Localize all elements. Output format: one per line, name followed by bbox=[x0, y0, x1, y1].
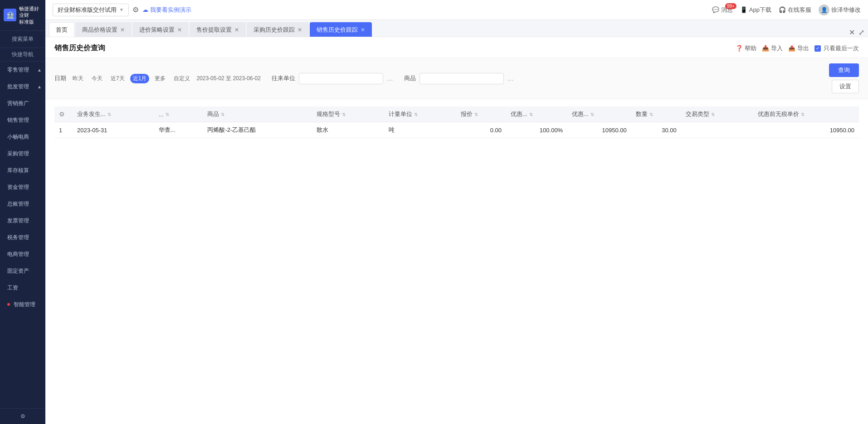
sidebar-item-ledger[interactable]: 总账管理 bbox=[0, 196, 45, 212]
supplier-filter-group: 往来单位 … bbox=[272, 73, 393, 84]
wholesale-arrow: ▲ bbox=[37, 84, 42, 89]
cell-trade-type bbox=[681, 122, 753, 138]
sidebar-search[interactable]: 搜索菜单 bbox=[0, 31, 45, 48]
sidebar-item-retail[interactable]: 零售管理 ▲ bbox=[0, 62, 45, 78]
customer-service-action[interactable]: 🎧 在线客服 bbox=[779, 6, 811, 14]
sidebar-item-wholesale[interactable]: 批发管理 ▲ bbox=[0, 78, 45, 95]
demo-link[interactable]: ☁ 我要看实例演示 bbox=[142, 6, 191, 14]
tab-close-btn[interactable]: ✕ bbox=[849, 28, 855, 37]
date-range-text: 2023-05-02 至 2023-06-02 bbox=[196, 75, 260, 82]
table-row: 1 2023-05-31 华查... 丙烯酸-2-乙基己酯 散水 吨 0.00 … bbox=[54, 122, 859, 138]
sort-spec-icon: ⇅ bbox=[342, 112, 346, 117]
sidebar-item-salary[interactable]: 工资 bbox=[0, 279, 45, 296]
sort-date-icon: ⇅ bbox=[107, 112, 111, 117]
sort-qty-icon: ⇅ bbox=[649, 112, 653, 117]
cell-discount1: 100.00% bbox=[506, 122, 567, 138]
supplier-dots[interactable]: … bbox=[387, 75, 393, 82]
cell-spec: 散水 bbox=[312, 122, 384, 138]
tab-product-price[interactable]: 商品价格设置 ✕ bbox=[75, 22, 132, 37]
tab-purchase-history-close[interactable]: ✕ bbox=[297, 27, 302, 33]
download-icon: 📱 bbox=[740, 6, 747, 13]
only-last-toggle[interactable]: ✓ 只看最后一次 bbox=[814, 44, 859, 53]
help-icon: ❓ bbox=[736, 45, 743, 52]
product-name: 好业财标准版交付试用 bbox=[58, 6, 117, 14]
product-label: 商品 bbox=[404, 74, 416, 82]
th-trade-type[interactable]: 交易类型 ⇅ bbox=[681, 106, 753, 122]
tab-price-extract-close[interactable]: ✕ bbox=[234, 27, 239, 33]
th-discount1[interactable]: 优惠... ⇅ bbox=[506, 106, 567, 122]
tab-bar-actions: ✕ ⤢ bbox=[849, 28, 864, 37]
export-action[interactable]: 📤 导出 bbox=[788, 44, 809, 53]
cell-discount2: 10950.00 bbox=[567, 122, 631, 138]
sidebar-settings[interactable]: ⚙ bbox=[0, 408, 45, 424]
tab-bar: 首页 商品价格设置 ✕ 进价策略设置 ✕ 售价提取设置 ✕ 采购历史价跟踪 ✕ … bbox=[45, 20, 868, 37]
sidebar-item-invoice[interactable]: 发票管理 bbox=[0, 212, 45, 229]
logo-icon: 🏦 bbox=[4, 9, 16, 21]
tab-purchase-history[interactable]: 采购历史价跟踪 ✕ bbox=[247, 22, 309, 37]
message-action[interactable]: 💬 消息 99+ bbox=[712, 6, 733, 14]
date-option-more[interactable]: 更多 bbox=[152, 74, 168, 83]
filter-bar: 日期 昨天 今天 近7天 近1月 更多 自定义 2023-05-02 至 202… bbox=[45, 58, 868, 99]
th-pretax-price[interactable]: 优惠前无税单价 ⇅ bbox=[753, 106, 859, 122]
sort-more-icon: ⇅ bbox=[166, 112, 169, 117]
query-button[interactable]: 查询 bbox=[829, 63, 859, 77]
supplier-input[interactable] bbox=[299, 73, 383, 84]
export-icon: 📤 bbox=[788, 45, 795, 52]
import-action[interactable]: 📥 导入 bbox=[762, 44, 783, 53]
tab-home[interactable]: 首页 bbox=[49, 22, 74, 37]
th-date[interactable]: 业务发生... ⇅ bbox=[73, 106, 154, 122]
tab-sales-history-close[interactable]: ✕ bbox=[361, 27, 365, 33]
date-option-custom[interactable]: 自定义 bbox=[171, 74, 193, 83]
data-table: ⚙ 业务发生... ⇅ ... ⇅ bbox=[54, 106, 859, 138]
date-option-today[interactable]: 今天 bbox=[89, 74, 105, 83]
th-quoted-price[interactable]: 报价 ⇅ bbox=[456, 106, 506, 122]
th-gear[interactable]: ⚙ bbox=[54, 106, 73, 122]
tab-sales-history[interactable]: 销售历史价跟踪 ✕ bbox=[310, 22, 372, 37]
tab-expand-btn[interactable]: ⤢ bbox=[858, 28, 864, 37]
tab-purchase-strategy-close[interactable]: ✕ bbox=[177, 27, 182, 33]
page-content: 销售历史价查询 ❓ 帮助 📥 导入 📤 导出 ✓ 只看最后一次 bbox=[45, 37, 868, 424]
sidebar-item-sales[interactable]: 销售管理 bbox=[0, 112, 45, 129]
help-action[interactable]: ❓ 帮助 bbox=[736, 44, 756, 53]
tab-product-price-close[interactable]: ✕ bbox=[120, 27, 125, 33]
sidebar-item-ecommerce[interactable]: 电商管理 bbox=[0, 246, 45, 263]
settings-button[interactable]: 设置 bbox=[832, 80, 859, 93]
only-last-checkbox[interactable]: ✓ bbox=[814, 45, 821, 52]
sort-product-icon: ⇅ bbox=[221, 112, 224, 117]
sidebar-item-purchase[interactable]: 采购管理 bbox=[0, 145, 45, 162]
th-unit[interactable]: 计量单位 ⇅ bbox=[384, 106, 456, 122]
product-selector[interactable]: 好业财标准版交付试用 ▼ bbox=[53, 4, 129, 16]
tab-price-extract[interactable]: 售价提取设置 ✕ bbox=[190, 22, 246, 37]
sidebar-item-inventory[interactable]: 库存核算 bbox=[0, 162, 45, 179]
th-more[interactable]: ... ⇅ bbox=[154, 106, 203, 122]
date-option-1month[interactable]: 近1月 bbox=[130, 74, 150, 83]
product-input[interactable] bbox=[419, 73, 504, 84]
sidebar-nav[interactable]: 快捷导航 bbox=[0, 48, 45, 62]
sort-trade-icon: ⇅ bbox=[711, 112, 715, 117]
topbar-gear-icon[interactable]: ⚙ bbox=[132, 5, 139, 14]
sidebar-item-finance[interactable]: 资金管理 bbox=[0, 179, 45, 196]
message-icon: 💬 bbox=[712, 6, 719, 13]
tab-purchase-strategy[interactable]: 进价策略设置 ✕ bbox=[132, 22, 189, 37]
product-dropdown-arrow: ▼ bbox=[119, 7, 124, 12]
cell-more: 华查... bbox=[154, 122, 203, 138]
date-options: 昨天 今天 近7天 近1月 更多 自定义 bbox=[70, 74, 193, 83]
user-profile[interactable]: 👤 徐泽华修改 bbox=[819, 5, 861, 15]
sidebar-item-fixed-assets[interactable]: 固定资产 bbox=[0, 263, 45, 279]
sidebar-item-marketing[interactable]: 营销推广 bbox=[0, 95, 45, 112]
date-option-yesterday[interactable]: 昨天 bbox=[70, 74, 86, 83]
message-badge: 99+ bbox=[725, 3, 736, 9]
app-download-action[interactable]: 📱 App下载 bbox=[740, 6, 771, 14]
sidebar-item-ai[interactable]: 智能管理 bbox=[0, 296, 45, 313]
sidebar-item-ecommerce-small[interactable]: 小畅电商 bbox=[0, 129, 45, 145]
page-header: 销售历史价查询 ❓ 帮助 📥 导入 📤 导出 ✓ 只看最后一次 bbox=[45, 37, 868, 58]
th-product[interactable]: 商品 ⇅ bbox=[203, 106, 312, 122]
th-spec[interactable]: 规格型号 ⇅ bbox=[312, 106, 384, 122]
product-dots[interactable]: … bbox=[507, 75, 514, 82]
sidebar-item-tax[interactable]: 税务管理 bbox=[0, 229, 45, 246]
th-quantity[interactable]: 数量 ⇅ bbox=[631, 106, 681, 122]
cloud-icon: ☁ bbox=[142, 6, 148, 13]
date-option-7days[interactable]: 近7天 bbox=[108, 74, 127, 83]
headset-icon: 🎧 bbox=[779, 6, 786, 13]
th-discount2[interactable]: 优惠... ⇅ bbox=[567, 106, 631, 122]
